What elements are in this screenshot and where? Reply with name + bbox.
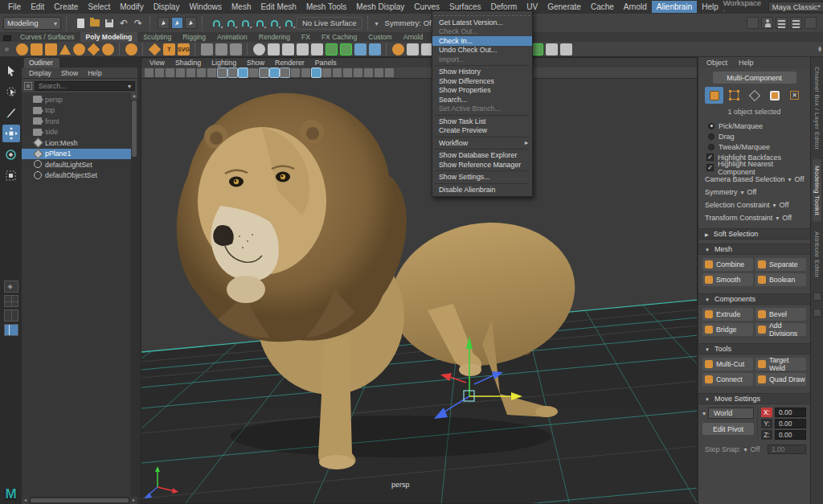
save-scene-button[interactable]	[103, 17, 116, 30]
outliner-item[interactable]: persp	[22, 94, 131, 105]
menu-item[interactable]: Help	[697, 1, 723, 13]
single-pane-layout-button[interactable]	[4, 281, 18, 293]
shelf-icon[interactable]	[386, 43, 387, 55]
shelf-icon[interactable]: T	[163, 43, 175, 55]
move-settings-header[interactable]: Move Settings	[698, 393, 810, 404]
viewport-toolbar-icon[interactable]	[186, 68, 195, 77]
shelf-icon[interactable]	[392, 43, 404, 55]
viewport-toolbar-icon[interactable]	[270, 68, 279, 77]
edit-pivot-button[interactable]: Edit Pivot	[702, 423, 754, 435]
outliner-tab[interactable]: Outliner	[24, 58, 59, 68]
outliner-item[interactable]: side	[22, 127, 131, 138]
viewport-toolbar-icon[interactable]	[301, 68, 310, 77]
shelf-icon[interactable]	[546, 43, 558, 55]
shelf-icon[interactable]	[560, 43, 572, 55]
constraint-dropdown-row[interactable]: Symmetry Off	[698, 186, 810, 199]
alienbrain-menu-item[interactable]: Undo Check Out...	[432, 46, 532, 55]
viewport-toolbar-icon[interactable]	[291, 68, 300, 77]
outliner-menu-item[interactable]: Display	[25, 68, 55, 78]
workspace-dropdown[interactable]: Maya Classic*	[768, 2, 823, 12]
shelf-icon[interactable]	[88, 43, 100, 55]
shelf-tab[interactable]: Rigging	[177, 32, 211, 42]
menu-set-dropdown[interactable]: Modeling	[3, 17, 61, 30]
alienbrain-menu-item[interactable]: Show History	[432, 68, 532, 77]
sidebar-toggle-icon[interactable]	[805, 17, 817, 29]
vertical-tab[interactable]: Channel Box / Layer Editor	[813, 60, 821, 156]
viewport-toolbar-icon[interactable]	[385, 68, 394, 77]
viewport-toolbar-icon[interactable]	[207, 68, 216, 77]
viewport-toolbar-icon[interactable]	[218, 68, 227, 77]
shelf-icon[interactable]	[326, 43, 338, 55]
scroll-up-icon[interactable]: ▲	[131, 92, 137, 100]
shelf-icon[interactable]	[354, 43, 366, 55]
toolkit-menu-item[interactable]: Object	[702, 58, 732, 68]
snap-to-projected-center-button[interactable]	[253, 17, 266, 30]
scale-tool-button[interactable]	[2, 166, 20, 184]
outliner-item[interactable]: front	[22, 116, 131, 127]
alienbrain-menu-item[interactable]: Show Properties	[432, 86, 532, 96]
shelf-icon[interactable]	[247, 43, 248, 55]
outliner-menu-item[interactable]: Help	[84, 68, 105, 78]
shelf-icon[interactable]	[73, 43, 85, 55]
toolkit-button[interactable]: Extrude	[702, 308, 753, 321]
outliner-menu-item[interactable]: Show	[57, 68, 82, 78]
sidebar-toggle-icon[interactable]	[761, 17, 773, 29]
shelf-icon[interactable]	[194, 43, 196, 55]
shelf-icon[interactable]	[340, 43, 352, 55]
scroll-left-icon[interactable]: ◂	[22, 497, 29, 504]
viewport-menu-item[interactable]: Show	[242, 59, 269, 67]
lasso-select-tool-button[interactable]	[2, 83, 20, 100]
step-snap-row[interactable]: Step Snap: Off 1.00	[698, 440, 810, 454]
open-scene-button[interactable]	[88, 17, 101, 30]
alienbrain-menu-item[interactable]: Set Active Branch...	[432, 104, 532, 114]
soft-selection-section[interactable]: Soft Selection	[698, 228, 810, 240]
shelf-icon[interactable]	[282, 43, 294, 55]
shelf-tab[interactable]: Arnold	[398, 32, 429, 42]
outliner-horizontal-scrollbar[interactable]: ◂ ▸	[22, 497, 137, 504]
redo-button[interactable]: ↷	[132, 17, 145, 30]
snap-to-grid-button[interactable]	[210, 17, 223, 30]
two-pane-layout-button[interactable]	[4, 309, 18, 322]
menu-item[interactable]: Modify	[115, 1, 148, 13]
shelf-icon[interactable]	[142, 43, 144, 55]
toolkit-button[interactable]: Boolean	[755, 273, 806, 286]
viewport-toolbar-icon[interactable]	[228, 68, 237, 77]
menu-item[interactable]: Edit	[26, 1, 49, 13]
scene-3d[interactable]: persp	[141, 79, 697, 503]
components-section-header[interactable]: Components	[698, 293, 810, 305]
shelf-icon[interactable]	[297, 43, 309, 55]
make-live-button[interactable]	[282, 17, 295, 30]
menu-item[interactable]: File	[3, 1, 26, 13]
toolkit-menu-item[interactable]: Help	[734, 58, 759, 68]
scrollbar-thumb[interactable]	[31, 498, 129, 502]
shelf-icon[interactable]	[59, 44, 71, 55]
shelf-tab[interactable]: FX Caching	[316, 32, 362, 42]
constraint-dropdown-row[interactable]: Transform Constraint Off	[698, 211, 810, 224]
shelf-tab[interactable]: Sculpting	[137, 32, 177, 42]
shelf-tab[interactable]: Custom	[362, 32, 397, 42]
symmetry-dropdown[interactable]: Symmetry: Off	[380, 17, 439, 30]
alienbrain-menu-item[interactable]: Check Out...	[432, 27, 532, 37]
menu-item[interactable]: Alienbrain	[652, 1, 697, 13]
alienbrain-menu-item[interactable]: Show Differences	[432, 76, 532, 86]
alienbrain-menu-item[interactable]: Create Preview	[432, 126, 532, 136]
panel-icon[interactable]	[813, 309, 821, 317]
shelf-tab[interactable]: Animation	[211, 32, 253, 42]
toolkit-button[interactable]: Quad Draw	[755, 373, 806, 386]
tear-off-handle[interactable]	[434, 11, 530, 16]
alienbrain-menu-item[interactable]: Show Reference Manager	[432, 160, 532, 170]
viewport-menu-item[interactable]: Lighting	[207, 59, 241, 67]
axis-orientation-dropdown[interactable]: World	[702, 408, 754, 419]
vertical-tab[interactable]: Attribute Editor	[813, 225, 821, 285]
scrollbar-thumb[interactable]	[132, 100, 137, 157]
select-by-hierarchy-button[interactable]	[158, 17, 170, 29]
menu-item[interactable]: Create	[49, 1, 83, 13]
radio-option[interactable]: Pick/Marquee	[698, 121, 810, 131]
toolkit-button[interactable]: Connect	[702, 373, 753, 386]
alienbrain-menu-item[interactable]: Import...	[432, 55, 532, 64]
shelf-icon[interactable]	[311, 43, 323, 55]
toolkit-button[interactable]: Bevel	[755, 308, 806, 321]
axis-value-field[interactable]: 0.00	[775, 419, 806, 428]
outliner-item[interactable]: pPlane1	[22, 149, 131, 160]
alienbrain-menu-item[interactable]: Show Task List	[432, 117, 532, 126]
